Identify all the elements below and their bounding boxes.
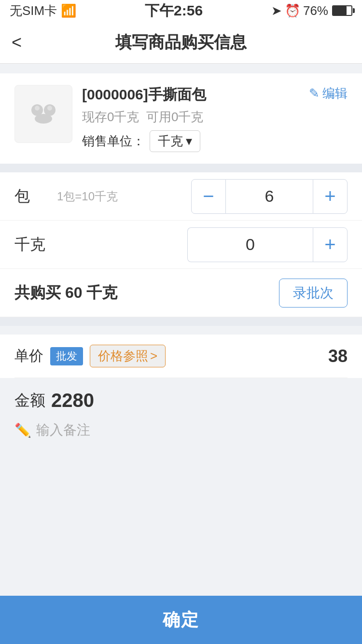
- section-divider-2: [0, 317, 362, 326]
- product-name: [0000006]手撕面包: [82, 85, 348, 105]
- product-info: [0000006]手撕面包 现存0千克 可用0千克 销售单位： 千克 ▾: [82, 85, 348, 152]
- pencil-icon: ✏️: [14, 422, 31, 438]
- dropdown-arrow-icon: ▾: [186, 134, 192, 149]
- price-label: 单价: [14, 346, 43, 366]
- batch-button[interactable]: 录批次: [279, 279, 348, 308]
- kg-increment-button[interactable]: +: [313, 227, 348, 262]
- total-amount: 60: [65, 284, 83, 301]
- section-divider-1: [0, 164, 362, 172]
- svg-point-3: [35, 106, 40, 111]
- amount-label: 金额: [14, 390, 45, 411]
- amount-value: 2280: [51, 390, 94, 411]
- svg-point-2: [35, 114, 52, 124]
- battery-percent: 76%: [303, 3, 328, 18]
- kg-quantity-input[interactable]: [187, 227, 313, 262]
- edit-icon: ✎: [309, 86, 320, 101]
- wifi-icon: 📶: [61, 3, 76, 18]
- product-card: [0000006]手撕面包 现存0千克 可用0千克 销售单位： 千克 ▾ ✎ 编…: [0, 73, 362, 164]
- remark-placeholder: 输入备注: [36, 421, 90, 439]
- total-row: 共购买 60 千克 录批次: [0, 269, 362, 317]
- price-value: 38: [328, 346, 348, 366]
- alarm-icon: ⏰: [285, 3, 300, 18]
- status-time: 下午2:56: [145, 1, 203, 21]
- battery-icon: [332, 5, 352, 16]
- back-button[interactable]: <: [12, 32, 22, 53]
- price-ref-label: 价格参照: [98, 348, 148, 364]
- input-section: 包 1包=10千克 − + 千克 + 共购买 60 千克 录批次: [0, 172, 362, 317]
- price-row: 单价 批发 价格参照 > 38: [14, 335, 348, 378]
- product-image: [14, 85, 72, 143]
- price-tag: 批发: [50, 347, 83, 365]
- status-right: ➤ ⏰ 76%: [271, 3, 352, 18]
- package-input-row: 包 1包=10千克 − +: [0, 172, 362, 221]
- product-stock: 现存0千克 可用0千克: [82, 109, 348, 126]
- product-unit-row: 销售单位： 千克 ▾: [82, 130, 348, 152]
- package-increment-button[interactable]: +: [313, 179, 348, 214]
- status-bar: 无SIM卡 📶 下午2:56 ➤ ⏰ 76%: [0, 0, 362, 21]
- remark-row[interactable]: ✏️ 输入备注: [14, 421, 348, 439]
- price-section: 单价 批发 价格参照 > 38: [0, 335, 362, 378]
- page-title: 填写商品购买信息: [115, 31, 247, 54]
- unit-selector[interactable]: 千克 ▾: [150, 130, 200, 152]
- package-quantity-input[interactable]: [226, 179, 313, 214]
- total-text: 共购买 60 千克: [14, 282, 117, 304]
- svg-point-4: [47, 106, 52, 111]
- location-icon: ➤: [271, 3, 282, 18]
- amount-row: 金额 2280: [14, 390, 348, 411]
- package-sublabel: 1包=10千克: [57, 189, 118, 204]
- confirm-button[interactable]: 确定: [0, 596, 362, 644]
- nav-bar: < 填写商品购买信息: [0, 21, 362, 64]
- package-controls: − +: [191, 179, 348, 214]
- edit-button[interactable]: ✎ 编辑: [309, 85, 348, 102]
- kg-label: 千克: [14, 234, 53, 255]
- package-label: 包: [14, 186, 53, 207]
- carrier-label: 无SIM卡: [10, 2, 57, 19]
- package-decrement-button[interactable]: −: [191, 179, 226, 214]
- status-left: 无SIM卡 📶: [10, 2, 76, 19]
- price-ref-arrow-icon: >: [150, 349, 157, 364]
- kg-input-row: 千克 +: [0, 221, 362, 269]
- kg-controls: +: [187, 227, 348, 262]
- bottom-spacer: [0, 447, 362, 592]
- price-reference-button[interactable]: 价格参照 >: [90, 345, 166, 367]
- amount-section: 金额 2280 ✏️ 输入备注: [0, 378, 362, 447]
